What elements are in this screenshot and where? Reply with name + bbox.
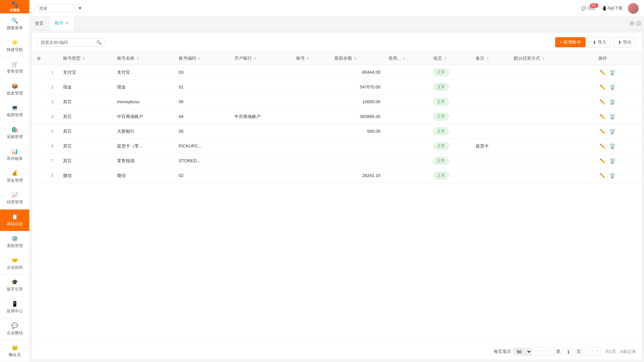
sidebar-item-enterprise-wechat[interactable]: 💬 企业微信: [0, 318, 29, 340]
cell-action: ✏️ 🗑️: [594, 80, 641, 95]
delete-button[interactable]: 🗑️: [608, 99, 616, 105]
sidebar-item-ecommerce-mgmt[interactable]: 💻 电商管理: [0, 101, 29, 122]
edit-button[interactable]: ✏️: [598, 84, 607, 90]
th-bank[interactable]: 开户银行 ⇅: [230, 52, 292, 65]
th-gear[interactable]: ⚙: [32, 52, 46, 65]
sidebar-item-label: 应用中心: [7, 308, 23, 314]
cell-bank: [230, 154, 292, 168]
edit-button[interactable]: ✏️: [598, 172, 607, 179]
cell-name: 现金: [113, 80, 174, 95]
import-button[interactable]: ⬇ 导入: [588, 37, 611, 48]
sort-name-icon: ⇅: [137, 57, 139, 60]
cell-account: [292, 154, 330, 168]
th-type[interactable]: 账号类型 ⇅: [59, 52, 113, 65]
sidebar-item-business-mgmt[interactable]: 📈 经营管理: [0, 188, 29, 209]
sidebar-item-quick-nav[interactable]: ⭐ 快捷导航: [0, 35, 29, 57]
edit-button[interactable]: ✏️: [598, 158, 607, 164]
sidebar-item-capital-mgmt[interactable]: 💰 资金管理: [0, 166, 29, 188]
sidebar-item-system-mgmt[interactable]: ⚙️ 系统管理: [0, 231, 29, 253]
cell-default-settle: [510, 139, 594, 154]
window-close-button[interactable]: ✕: [629, 21, 635, 26]
delete-button[interactable]: 🗑️: [608, 113, 616, 120]
delete-button[interactable]: 🗑️: [608, 158, 616, 164]
cell-code: 02: [175, 168, 231, 183]
sidebar-item-enterprise-agreement[interactable]: 🤝 企业协同: [0, 253, 29, 275]
th-name-label: 账号名称: [117, 56, 135, 61]
cell-bank: [230, 124, 292, 139]
sidebar-item-app-center[interactable]: 📱 应用中心: [0, 297, 29, 318]
cell-name: 中百商场账户: [113, 109, 174, 124]
header-dropdown[interactable]: ▼: [78, 6, 82, 11]
table-row: 5 其它 大新银行 05 500.00 正常 ✏️ 🗑️: [32, 124, 641, 139]
cell-type: 其它: [59, 95, 113, 109]
sidebar-item-label: 新手引导: [7, 287, 23, 292]
th-code[interactable]: 账号编码 ⇅: [175, 52, 231, 65]
th-usage[interactable]: 使用... ⇅: [384, 52, 429, 65]
tab-account-close-icon[interactable]: ✕: [65, 21, 69, 25]
cell-usage: [384, 139, 429, 154]
cell-type: 其它: [59, 109, 113, 124]
cell-status: 正常: [429, 95, 472, 109]
app-download-button[interactable]: 📲 App下载: [601, 5, 623, 11]
th-usage-label: 使用...: [388, 56, 401, 61]
sidebar-item-label: 企业微信: [7, 330, 23, 336]
tab-account[interactable]: 账号 ✕: [49, 17, 74, 30]
add-account-button[interactable]: + 新增账号: [555, 37, 586, 47]
table-search-icon[interactable]: 🔍: [96, 40, 102, 45]
th-status-label: 状态: [433, 56, 442, 61]
sidebar-item-basic-info[interactable]: 📋 基础信息: [0, 209, 29, 231]
cell-gear: [32, 109, 46, 124]
system-icon: ⚙️: [11, 235, 18, 242]
th-balance[interactable]: 最新余额 ⇅: [330, 52, 384, 65]
message-button[interactable]: 💬 消息 99+: [581, 5, 596, 11]
export-label: 导出: [623, 39, 632, 45]
sidebar-item-wholesale-mgmt[interactable]: 📦 批发管理: [0, 79, 29, 101]
edit-button[interactable]: ✏️: [598, 69, 607, 76]
window-maximize-button[interactable]: ⛶: [636, 21, 641, 26]
table-footer: 每页显示 50 20 100 ⟨⟨ ⟨ 第 页 ⟩ ⟩⟩ 共1页，8条记: [32, 344, 641, 359]
th-default-settle[interactable]: 默认结算方式 ⇅: [510, 52, 594, 65]
sidebar-item-vip-member[interactable]: 👑 畅会员: [0, 340, 29, 362]
sidebar-item-retail-mgmt[interactable]: 🛒 零售管理: [0, 57, 29, 79]
page-first-button[interactable]: ⟨⟨: [536, 347, 545, 356]
delete-button[interactable]: 🗑️: [608, 143, 616, 149]
cell-num: 2: [46, 80, 59, 95]
user-avatar[interactable]: [628, 3, 639, 14]
cell-usage: [384, 154, 429, 168]
per-page-select[interactable]: 50 20 100: [513, 348, 532, 356]
sidebar-item-purchase-mgmt[interactable]: 🛍️ 采购管理: [0, 122, 29, 144]
cell-usage: [384, 95, 429, 109]
cell-code: 05: [175, 124, 231, 139]
main-area: ▼ 💬 消息 99+ 📲 App下载 首页 账号 ✕ ✕ ⛶: [30, 0, 644, 362]
page-number-input[interactable]: [562, 348, 575, 355]
edit-button[interactable]: ✏️: [598, 128, 607, 135]
page-next-button[interactable]: ⟩: [582, 347, 591, 356]
tab-home-label: 首页: [35, 20, 44, 26]
sidebar-item-inventory-calc[interactable]: 📊 库存核算: [0, 144, 29, 166]
sidebar-item-search-menu[interactable]: 🔍 搜索菜单: [0, 13, 29, 35]
cell-usage: [384, 65, 429, 80]
page-prev-button[interactable]: ⟨: [546, 347, 555, 356]
sidebar-item-new-guide[interactable]: 🎓 新手引导: [0, 275, 29, 297]
table-search-input[interactable]: [41, 40, 95, 45]
edit-button[interactable]: ✏️: [598, 143, 607, 149]
th-status[interactable]: 状态 ⇅: [429, 52, 472, 65]
logo-text: 乐雅版: [10, 8, 20, 13]
status-badge: 正常: [433, 68, 449, 76]
delete-button[interactable]: 🗑️: [608, 128, 616, 135]
page-last-button[interactable]: ⟩⟩: [592, 347, 601, 356]
edit-button[interactable]: ✏️: [598, 99, 607, 105]
th-remark[interactable]: 备注 ⇅: [472, 52, 510, 65]
edit-button[interactable]: ✏️: [598, 113, 607, 120]
sidebar-item-label: 经营管理: [7, 199, 23, 205]
th-name[interactable]: 账号名称 ⇅: [113, 52, 174, 65]
tab-home[interactable]: 首页: [30, 17, 49, 30]
th-account[interactable]: 账号 ⇅: [292, 52, 330, 65]
export-button[interactable]: ⬆ 导出: [613, 37, 636, 48]
retail-icon: 🛒: [11, 61, 18, 67]
delete-button[interactable]: 🗑️: [608, 69, 616, 76]
delete-button[interactable]: 🗑️: [608, 84, 616, 90]
header-search-input[interactable]: [35, 4, 75, 12]
delete-button[interactable]: 🗑️: [608, 172, 616, 179]
cell-action: ✏️ 🗑️: [594, 154, 641, 168]
